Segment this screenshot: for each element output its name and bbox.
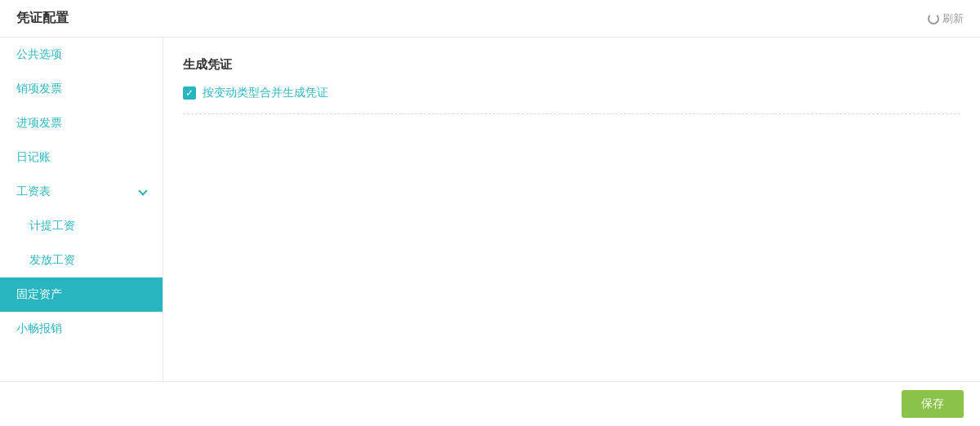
refresh-button[interactable]: 刷新 [928, 11, 964, 26]
sidebar-item-label: 固定资产 [16, 287, 62, 302]
save-button[interactable]: 保存 [902, 390, 964, 418]
sidebar-item-label: 发放工资 [29, 253, 75, 268]
sidebar-item-sales-invoice[interactable]: 销项发票 [0, 72, 163, 106]
sidebar-item-expense[interactable]: 小畅报销 [0, 312, 163, 346]
main-layout: 公共选项销项发票进项发票日记账工资表计提工资发放工资固定资产小畅报销 生成凭证 … [0, 38, 980, 381]
page-title: 凭证配置 [16, 10, 69, 27]
sidebar-item-label: 工资表 [16, 184, 51, 199]
sidebar-item-label: 计提工资 [29, 219, 75, 233]
header: 凭证配置 刷新 [0, 0, 980, 38]
sidebar: 公共选项销项发票进项发票日记账工资表计提工资发放工资固定资产小畅报销 [0, 38, 163, 381]
chevron-down-icon [138, 186, 147, 195]
sidebar-item-label: 小畅报销 [16, 322, 62, 336]
merge-checkbox[interactable]: ✓ [183, 87, 196, 100]
sidebar-item-calc-salary[interactable]: 计提工资 [0, 209, 163, 243]
sidebar-item-public[interactable]: 公共选项 [0, 38, 163, 72]
page-wrapper: 凭证配置 刷新 公共选项销项发票进项发票日记账工资表计提工资发放工资固定资产小畅… [0, 0, 980, 426]
sidebar-item-purchase-invoice[interactable]: 进项发票 [0, 106, 163, 140]
sidebar-item-label: 日记账 [16, 150, 51, 165]
checkbox-row: ✓ 按变动类型合并生成凭证 [183, 86, 960, 100]
refresh-label: 刷新 [942, 11, 964, 26]
sidebar-item-fixed-assets[interactable]: 固定资产 [0, 277, 163, 312]
sidebar-item-label: 销项发票 [16, 82, 62, 96]
sidebar-item-journal[interactable]: 日记账 [0, 140, 163, 175]
section-title: 生成凭证 [183, 57, 960, 73]
check-mark: ✓ [185, 88, 194, 98]
sidebar-item-payroll[interactable]: 工资表 [0, 175, 163, 209]
section-divider [183, 113, 960, 114]
checkbox-label: 按变动类型合并生成凭证 [203, 86, 328, 100]
sidebar-item-issue-salary[interactable]: 发放工资 [0, 243, 163, 277]
sidebar-item-label: 进项发票 [16, 116, 62, 131]
footer: 保存 [0, 381, 980, 426]
sidebar-item-label: 公共选项 [16, 47, 62, 62]
content-area: 生成凭证 ✓ 按变动类型合并生成凭证 [163, 38, 980, 381]
refresh-icon [928, 13, 939, 24]
